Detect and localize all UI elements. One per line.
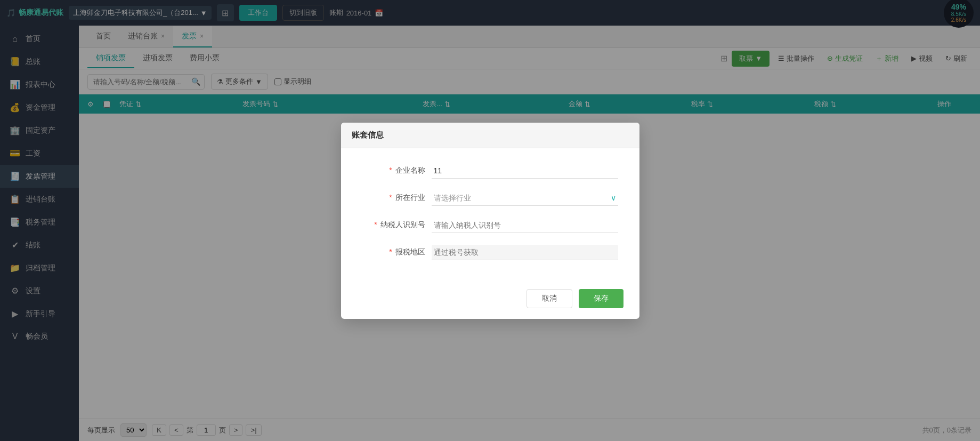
company-name-row: * 企业名称	[362, 163, 618, 179]
dialog-header: 账套信息	[341, 123, 639, 148]
tax-region-row: * 报税地区	[362, 245, 618, 260]
dialog-title: 账套信息	[352, 130, 384, 139]
industry-select[interactable]: 请选择行业	[432, 190, 618, 206]
industry-select-wrap: 请选择行业 ∨	[432, 190, 618, 206]
dialog-overlay: 账套信息 * 企业名称 * 所在行业 请选择行业	[0, 0, 980, 441]
company-required-mark: *	[389, 166, 392, 174]
industry-required-mark: *	[389, 193, 392, 202]
tax-id-label: * 纳税人识别号	[362, 220, 432, 230]
tax-id-input[interactable]	[432, 218, 618, 233]
company-name-input[interactable]	[432, 163, 618, 179]
dialog-footer: 取消 保存	[341, 283, 639, 319]
account-info-dialog: 账套信息 * 企业名称 * 所在行业 请选择行业	[341, 123, 639, 319]
industry-row: * 所在行业 请选择行业 ∨	[362, 190, 618, 206]
tax-id-required-mark: *	[374, 220, 377, 229]
industry-label: * 所在行业	[362, 193, 432, 203]
tax-region-required-mark: *	[389, 247, 392, 256]
tax-region-label: * 报税地区	[362, 247, 432, 257]
company-name-label: * 企业名称	[362, 166, 432, 175]
save-button[interactable]: 保存	[579, 289, 623, 308]
dialog-body: * 企业名称 * 所在行业 请选择行业 ∨	[341, 148, 639, 283]
cancel-button[interactable]: 取消	[527, 289, 572, 308]
tax-id-row: * 纳税人识别号	[362, 218, 618, 233]
tax-region-input	[432, 245, 618, 260]
